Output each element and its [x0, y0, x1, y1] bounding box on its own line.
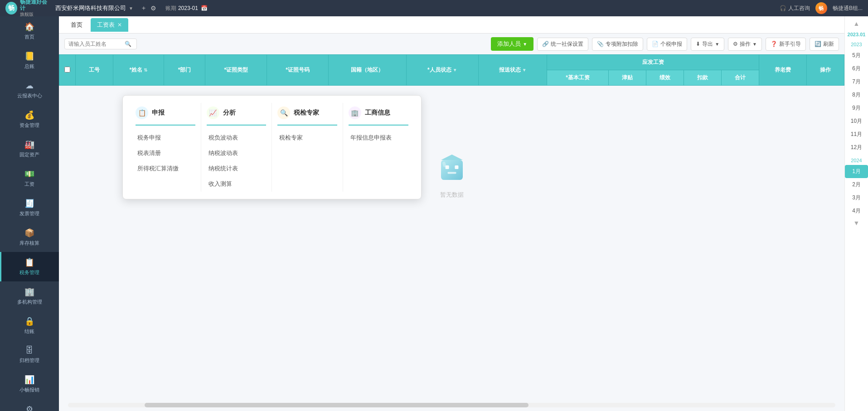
filter-icon-status[interactable]: ▼ — [453, 68, 457, 73]
table-container: 工号 *姓名 ⇅ *部门 *证照类型 — [59, 54, 844, 399]
sidebar-item-multi-org[interactable]: 🏢 多机构管理 — [0, 281, 59, 311]
social-insurance-icon: 🔗 — [542, 41, 549, 47]
tab-salary[interactable]: 工资表 ✕ — [91, 18, 128, 32]
scrollbar-container — [59, 399, 844, 411]
th-report-status[interactable]: 报送状态 ▼ — [479, 55, 547, 86]
dropdown-item-tax-burden[interactable]: 税负波动表 — [207, 130, 267, 145]
th-action: 操作 — [806, 55, 844, 86]
sidebar-item-fixed-assets[interactable]: 🏭 固定资产 — [0, 134, 59, 164]
service-button[interactable]: 🎧 人工咨询 — [780, 5, 810, 12]
tab-home[interactable]: 首页 — [64, 18, 89, 32]
refresh-button[interactable]: 🔄 刷新 — [810, 38, 839, 51]
month-2023-9[interactable]: 9月 — [845, 102, 868, 115]
ledger-icon: 📒 — [24, 51, 34, 61]
sidebar-item-salary[interactable]: 💵 工资 — [0, 164, 59, 193]
dropdown-item-tax-stats[interactable]: 纳税统计表 — [207, 161, 267, 176]
sidebar-item-archive[interactable]: 🗄 归档管理 — [0, 340, 59, 369]
guide-button[interactable]: ❓ 新手引导 — [766, 38, 806, 51]
th-id-type: *证照类型 — [205, 55, 267, 86]
sidebar-item-ledger[interactable]: 📒 总账 — [0, 46, 59, 75]
sidebar-item-closing[interactable]: 🔒 结账 — [0, 311, 59, 340]
social-insurance-button[interactable]: 🔗 统一社保设置 — [537, 38, 588, 51]
dropdown-item-tax-clearance[interactable]: 税表清册 — [136, 145, 195, 161]
company-selector[interactable]: 西安虾米网络科技有限公司 ▼ — [55, 4, 133, 12]
add-company-icon[interactable]: ＋ — [141, 4, 147, 12]
month-2024-2[interactable]: 2月 — [845, 178, 868, 191]
sidebar-label-home: 首页 — [24, 34, 34, 40]
empty-text: 暂无数据 — [440, 191, 464, 199]
sidebar-item-tax[interactable]: 📋 税务管理 — [0, 252, 59, 281]
toolbar: 🔍 添加人员 ▼ 🔗 统一社保设置 📎 专项附加扣除 📄 个税申报 — [59, 34, 844, 54]
personal-tax-icon: 📄 — [652, 41, 659, 47]
sidebar-label-fund: 资金管理 — [19, 122, 39, 129]
dropdown-item-income-calc[interactable]: 收入测算 — [207, 176, 267, 192]
sidebar-label-salary: 工资 — [24, 181, 34, 188]
dropdown-item-annual-report[interactable]: 年报信息申报表 — [349, 130, 409, 145]
sidebar-item-basic-settings[interactable]: ⚙ 基础设置 — [0, 399, 59, 411]
guide-toolbar-icon: ❓ — [771, 41, 777, 47]
date-nav-up[interactable]: ▲ — [852, 18, 862, 29]
sidebar-item-invoice[interactable]: 🧾 发票管理 — [0, 193, 59, 222]
sidebar-item-inventory[interactable]: 📦 库存核算 — [0, 222, 59, 252]
refresh-label: 刷新 — [823, 40, 834, 48]
personal-tax-button[interactable]: 📄 个税申报 — [647, 38, 687, 51]
top-bar: 畅 畅捷通好会计 旗舰版 西安虾米网络科技有限公司 ▼ ＋ ⚙ 账期 2023-… — [0, 0, 868, 16]
dropdown-item-income-settlement[interactable]: 所得税汇算清缴 — [136, 161, 195, 176]
scrollbar-thumb[interactable] — [145, 403, 529, 407]
month-2024-1[interactable]: 1月 — [845, 165, 868, 178]
month-2024-3[interactable]: 3月 — [845, 191, 868, 204]
content-area: 首页 工资表 ✕ 🔍 添加人员 ▼ 🔗 统一社保设置 — [59, 16, 844, 411]
add-person-button[interactable]: 添加人员 ▼ — [491, 37, 533, 51]
tax-dropdown-menu[interactable]: 📋 申报 税务申报 税表清册 所得税汇算清缴 📈 分析 税负波动表 — [122, 95, 422, 199]
tax-icon: 📋 — [24, 257, 34, 267]
sort-icon-name[interactable]: ⇅ — [144, 68, 147, 73]
headset-icon: 🎧 — [780, 5, 786, 11]
sidebar-item-mini-report[interactable]: 📊 小畅报销 — [0, 369, 59, 399]
scrollbar-track[interactable] — [68, 403, 835, 407]
filter-icon-report[interactable]: ▼ — [522, 68, 527, 73]
sidebar-item-home[interactable]: 🏠 首页 — [0, 16, 59, 46]
operation-button[interactable]: ⚙ 操作 ▼ — [728, 38, 762, 51]
user-avatar[interactable]: 畅 — [815, 2, 827, 14]
month-2024-4[interactable]: 4月 — [845, 204, 868, 218]
add-person-label: 添加人员 — [497, 40, 521, 48]
sidebar: 🏠 首页 📒 总账 ☁ 云报表中心 💰 资金管理 🏭 固定资产 💵 工资 🧾 发… — [0, 16, 59, 411]
select-all-checkbox[interactable] — [64, 67, 70, 73]
th-status[interactable]: *人员状态 ▼ — [406, 55, 479, 86]
th-name[interactable]: *姓名 ⇅ — [113, 55, 164, 86]
month-2023-12[interactable]: 12月 — [845, 141, 868, 154]
operation-icon: ⚙ — [733, 41, 738, 47]
month-2023-11[interactable]: 11月 — [845, 128, 868, 141]
settings-icon[interactable]: ⚙ — [150, 5, 156, 12]
th-checkbox[interactable] — [59, 55, 76, 86]
calendar-icon[interactable]: 📅 — [201, 5, 208, 11]
sidebar-item-fund[interactable]: 💰 资金管理 — [0, 105, 59, 134]
operation-label: 操作 — [740, 40, 751, 48]
dropdown-item-tax-declaration[interactable]: 税务申报 — [136, 130, 195, 145]
month-2023-6[interactable]: 6月 — [845, 62, 868, 75]
sidebar-item-cloud-report[interactable]: ☁ 云报表中心 — [0, 75, 59, 105]
tab-bar: 首页 工资表 ✕ — [59, 16, 844, 34]
th-total: 合计 — [721, 70, 759, 86]
tax-expert-section-icon: 🔍 — [277, 106, 290, 119]
special-deduction-button[interactable]: 📎 专项附加扣除 — [592, 38, 643, 51]
month-2023-8[interactable]: 8月 — [845, 88, 868, 102]
tab-home-label: 首页 — [71, 21, 82, 29]
month-2023-7[interactable]: 7月 — [845, 75, 868, 88]
export-button[interactable]: ⬇ 导出 ▼ — [691, 38, 724, 51]
dropdown-item-tax-check[interactable]: 税检专家 — [277, 130, 337, 145]
sidebar-label-mini-report: 小畅报销 — [19, 387, 39, 393]
search-input[interactable] — [68, 41, 123, 47]
th-performance: 绩效 — [646, 70, 684, 86]
dropdown-section-analysis: 📈 分析 税负波动表 纳税波动表 纳税统计表 收入测算 — [201, 103, 272, 192]
date-nav-down[interactable]: ▼ — [852, 218, 862, 228]
closing-icon: 🔒 — [24, 316, 34, 326]
dropdown-item-tax-dynamic[interactable]: 纳税波动表 — [207, 145, 267, 161]
search-box[interactable]: 🔍 — [64, 39, 137, 49]
user-name[interactable]: 畅捷通B组... — [833, 5, 863, 12]
month-2023-5[interactable]: 5月 — [845, 49, 868, 62]
search-icon: 🔍 — [125, 41, 131, 47]
month-2023-10[interactable]: 10月 — [845, 115, 868, 128]
tab-close-icon[interactable]: ✕ — [117, 22, 122, 28]
main-layout: 🏠 首页 📒 总账 ☁ 云报表中心 💰 资金管理 🏭 固定资产 💵 工资 🧾 发… — [0, 16, 868, 411]
